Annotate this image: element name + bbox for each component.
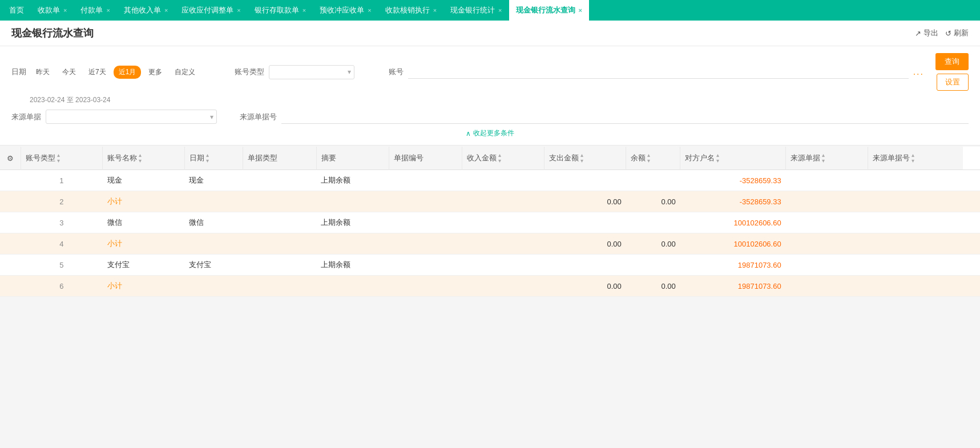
sort-icon-account_type[interactable]: ▴▾ xyxy=(57,152,60,164)
nav-item-银行存取款单[interactable]: 银行存取款单× xyxy=(248,0,313,21)
sort-icon-balance[interactable]: ▴▾ xyxy=(647,152,650,164)
col-header-income[interactable]: 收入金额▴▾ xyxy=(462,147,545,170)
collapse-icon: ∧ xyxy=(466,130,471,138)
data-table: ⚙账号类型▴▾账号名称▴▾日期▴▾单据类型摘要单据编号收入金额▴▾支出金额▴▾余… xyxy=(0,147,980,297)
col-header-date[interactable]: 日期▴▾ xyxy=(184,147,243,170)
sort-icon-expense[interactable]: ▴▾ xyxy=(580,152,583,164)
settings-button[interactable]: 设置 xyxy=(937,74,969,91)
refresh-button[interactable]: ↺ 刷新 xyxy=(945,28,969,38)
col-header-account_name[interactable]: 账号名称▴▾ xyxy=(103,147,185,170)
cell-doc_type: 上期余额 xyxy=(316,212,389,233)
nav-item-其他收入单[interactable]: 其他收入单× xyxy=(117,0,175,21)
cell-index: 5 xyxy=(21,255,103,276)
cell-balance: 100102606.60 xyxy=(680,212,786,233)
cell-date xyxy=(243,233,317,255)
table-row: 2小计0.000.00-3528659.33 xyxy=(0,191,980,212)
gear-icon[interactable]: ⚙ xyxy=(7,154,14,163)
cell-counterpart xyxy=(786,276,868,297)
account-input[interactable] xyxy=(408,65,908,79)
col-header-account_type[interactable]: 账号类型▴▾ xyxy=(21,147,103,170)
date-btn-近7天[interactable]: 近7天 xyxy=(83,66,111,79)
cell-account_type: 支付宝 xyxy=(103,255,185,276)
sort-icon-source_doc[interactable]: ▴▾ xyxy=(822,152,825,164)
col-header-doc_no: 单据编号 xyxy=(389,147,462,170)
nav-item-现金银行统计[interactable]: 现金银行统计× xyxy=(443,0,509,21)
date-buttons: 昨天今天近7天近1月更多自定义 xyxy=(31,66,200,79)
source-doc-no-filter-group: 来源单据号 xyxy=(240,110,969,124)
col-label-source_doc: 来源单据 xyxy=(791,153,820,163)
cell-balance: 100102606.60 xyxy=(680,233,786,255)
close-icon[interactable]: × xyxy=(579,7,582,14)
cell-doc_no xyxy=(462,233,545,255)
top-nav: 首页收款单×付款单×其他收入单×应收应付调整单×银行存取款单×预收冲应收单×收款… xyxy=(0,0,980,21)
sort-icon-date[interactable]: ▴▾ xyxy=(206,152,209,164)
close-icon[interactable]: × xyxy=(368,7,371,14)
cell-counterpart xyxy=(786,255,868,276)
nav-item-应收应付调整单[interactable]: 应收应付调整单× xyxy=(175,0,247,21)
nav-item-收款核销执行[interactable]: 收款核销执行× xyxy=(378,0,443,21)
cell-income xyxy=(544,255,626,276)
sort-icon-account_name[interactable]: ▴▾ xyxy=(139,152,142,164)
nav-item-付款单[interactable]: 付款单× xyxy=(74,0,116,21)
date-btn-昨天[interactable]: 昨天 xyxy=(31,66,55,79)
nav-item-收款单[interactable]: 收款单× xyxy=(31,0,74,21)
date-filter-group: 日期 昨天今天近7天近1月更多自定义 xyxy=(11,66,200,79)
close-icon[interactable]: × xyxy=(63,7,67,14)
close-icon[interactable]: × xyxy=(498,7,502,14)
close-icon[interactable]: × xyxy=(433,7,437,14)
cell-account_name xyxy=(184,233,243,255)
cell-source_doc_no xyxy=(963,233,980,255)
cell-summary xyxy=(389,212,462,233)
account-type-select-wrapper xyxy=(269,65,354,79)
cell-doc_no xyxy=(462,255,545,276)
row-gear-cell xyxy=(0,233,21,255)
col-header-source_doc[interactable]: 来源单据▴▾ xyxy=(786,147,868,170)
close-icon[interactable]: × xyxy=(106,7,110,14)
cell-account_type: 微信 xyxy=(103,212,185,233)
cell-account_name xyxy=(184,191,243,212)
cell-doc_no xyxy=(462,170,545,191)
cell-balance: -3528659.33 xyxy=(680,170,786,191)
row-gear-cell xyxy=(0,255,21,276)
account-ellipsis-button[interactable]: ... xyxy=(913,67,924,77)
cell-account_name xyxy=(184,276,243,297)
cell-source_doc xyxy=(868,255,963,276)
col-header-expense[interactable]: 支出金额▴▾ xyxy=(544,147,626,170)
nav-item-预收冲应收单[interactable]: 预收冲应收单× xyxy=(313,0,378,21)
collapse-bar[interactable]: ∧ 收起更多条件 xyxy=(11,128,969,138)
nav-item-首页[interactable]: 首页 xyxy=(2,0,31,21)
close-icon[interactable]: × xyxy=(237,7,240,14)
date-btn-近1月[interactable]: 近1月 xyxy=(114,66,142,79)
date-btn-自定义[interactable]: 自定义 xyxy=(170,66,200,79)
col-header-balance[interactable]: 余额▴▾ xyxy=(626,147,680,170)
source-doc-filter-group: 来源单据 xyxy=(11,110,217,124)
cell-summary xyxy=(389,233,462,255)
col-label-account_type: 账号类型 xyxy=(26,153,55,163)
source-doc-no-input[interactable] xyxy=(281,110,969,124)
cell-source_doc_no xyxy=(963,191,980,212)
col-header-counterpart[interactable]: 对方户名▴▾ xyxy=(680,147,786,170)
table-row: 1现金现金上期余额-3528659.33 xyxy=(0,170,980,191)
cell-counterpart xyxy=(786,191,868,212)
account-filter-group: 账号 ... xyxy=(389,65,924,79)
col-header-source_doc_no[interactable]: 来源单据号▴▾ xyxy=(868,147,963,170)
query-button[interactable]: 查询 xyxy=(935,53,969,70)
table-row: 3微信微信上期余额100102606.60 xyxy=(0,212,980,233)
close-icon[interactable]: × xyxy=(164,7,168,14)
sort-icon-income[interactable]: ▴▾ xyxy=(498,152,501,164)
sort-icon-counterpart[interactable]: ▴▾ xyxy=(716,152,719,164)
nav-item-现金银行流水查询[interactable]: 现金银行流水查询× xyxy=(509,0,589,21)
date-btn-今天[interactable]: 今天 xyxy=(57,66,81,79)
source-doc-select[interactable] xyxy=(46,110,217,124)
cell-expense: 0.00 xyxy=(626,233,680,255)
close-icon[interactable]: × xyxy=(303,7,306,14)
sort-icon-source_doc_no[interactable]: ▴▾ xyxy=(912,152,914,164)
col-header-summary: 摘要 xyxy=(316,147,389,170)
cell-source_doc xyxy=(868,212,963,233)
account-type-filter-group: 账号类型 xyxy=(235,65,354,79)
account-type-select[interactable] xyxy=(269,65,354,79)
date-btn-更多[interactable]: 更多 xyxy=(143,66,167,79)
account-type-label: 账号类型 xyxy=(235,67,264,77)
cell-income xyxy=(544,170,626,191)
export-button[interactable]: ↗ 导出 xyxy=(915,28,938,38)
